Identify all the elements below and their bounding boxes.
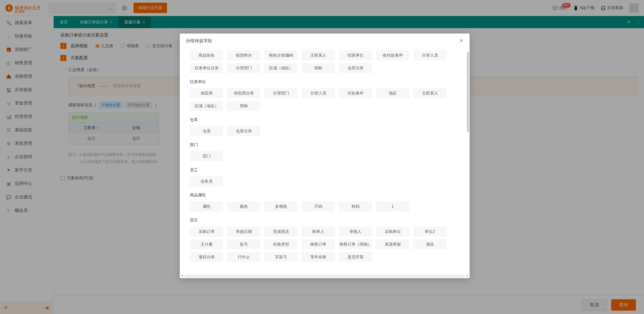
- field-chip[interactable]: 供应商分类: [227, 88, 260, 98]
- scroll-track[interactable]: [184, 275, 465, 277]
- scrollbar-thumb[interactable]: [467, 52, 469, 132]
- field-chip[interactable]: 主计量: [190, 239, 223, 249]
- group-title: 其它: [190, 217, 463, 223]
- close-icon[interactable]: ✕: [459, 38, 464, 44]
- field-chip[interactable]: 分管人员: [413, 50, 446, 60]
- field-chip[interactable]: 供应商: [190, 88, 223, 98]
- field-chip[interactable]: 项目分类: [190, 252, 223, 262]
- field-chip[interactable]: 属性: [190, 201, 223, 211]
- field-chip[interactable]: 鞋码: [339, 201, 372, 211]
- field-chip[interactable]: 项目: [413, 239, 446, 249]
- modal-body: 商品别名拣货积分税收分类编码主联系人结算单位收付款条件分管人员 往来单位分类分管…: [180, 48, 470, 273]
- field-row: 区域（地区）简称: [190, 101, 463, 111]
- field-chip[interactable]: 付款条件: [339, 88, 372, 98]
- field-chip[interactable]: 结算单位: [339, 50, 372, 60]
- field-row: 往来单位分类分管部门区域（地区）简称仓库分类: [190, 63, 463, 73]
- group-title: 往来单位: [190, 79, 463, 85]
- field-selector-modal: 分组待选字段 ✕ 商品别名拣货积分税收分类编码主联系人结算单位收付款条件分管人员…: [180, 34, 470, 278]
- group-title: 部门: [190, 142, 463, 148]
- field-chip[interactable]: 1: [376, 201, 409, 211]
- field-row: 仓库仓库分类: [190, 126, 463, 136]
- field-chip[interactable]: 主联系人: [413, 88, 446, 98]
- field-chip[interactable]: 多规格: [264, 201, 298, 211]
- field-chip[interactable]: 车架号: [264, 252, 298, 262]
- field-chip[interactable]: 业务员: [190, 176, 223, 186]
- field-chip[interactable]: 采购单位: [376, 227, 409, 237]
- field-chip[interactable]: 仓库分类: [339, 63, 372, 73]
- field-chip[interactable]: 销售订单: [302, 239, 335, 249]
- field-chip[interactable]: 完成状态: [264, 227, 298, 237]
- field-chip[interactable]: 采购订单: [190, 227, 223, 237]
- field-chip[interactable]: 税收分类编码: [264, 50, 298, 60]
- field-chip[interactable]: 商品别名: [190, 50, 223, 60]
- field-chip[interactable]: 部门: [190, 151, 223, 161]
- field-chip[interactable]: 收付款条件: [376, 50, 409, 60]
- field-row: 业务员: [190, 176, 463, 186]
- field-chip[interactable]: 往来单位分类: [190, 63, 223, 73]
- field-row: 属性颜色多规格尺码鞋码1: [190, 201, 463, 211]
- field-row: 主计量批号价格类型销售订单销售订单（明细）来源单据项目: [190, 239, 463, 249]
- field-chip[interactable]: 仓库分类: [227, 126, 260, 136]
- group-title: 商品属性: [190, 192, 463, 198]
- field-chip[interactable]: 简称: [227, 101, 260, 111]
- modal-header: 分组待选字段 ✕: [180, 34, 470, 48]
- field-row: 项目分类行中止车架号零件名称是否开票: [190, 252, 463, 262]
- field-row: 供应商供应商分类分管部门分管人员付款条件地区主联系人: [190, 88, 463, 98]
- field-chip[interactable]: 拣货积分: [227, 50, 260, 60]
- field-chip[interactable]: 地区: [376, 88, 409, 98]
- field-chip[interactable]: 主联系人: [302, 50, 335, 60]
- field-chip[interactable]: 分管部门: [264, 88, 298, 98]
- field-chip[interactable]: 简称: [302, 63, 335, 73]
- field-chip[interactable]: 制单人: [302, 227, 335, 237]
- field-row: 部门: [190, 151, 463, 161]
- field-chip[interactable]: 是否开票: [339, 252, 372, 262]
- field-chip[interactable]: 区域（地区）: [264, 63, 298, 73]
- field-chip[interactable]: 分管人员: [302, 88, 335, 98]
- field-chip[interactable]: 来源单据: [376, 239, 409, 249]
- field-chip[interactable]: 区域（地区）: [190, 101, 223, 111]
- horizontal-scrollbar[interactable]: [180, 273, 470, 278]
- field-chip[interactable]: 销售订单（明细）: [339, 239, 372, 249]
- field-chip[interactable]: 单据日期: [227, 227, 260, 237]
- modal-title: 分组待选字段: [186, 38, 212, 44]
- field-chip[interactable]: 价格类型: [264, 239, 298, 249]
- field-row: 商品别名拣货积分税收分类编码主联系人结算单位收付款条件分管人员: [190, 50, 463, 60]
- field-chip[interactable]: 分管部门: [227, 63, 260, 73]
- group-title: 员工: [190, 167, 463, 173]
- field-chip[interactable]: 行中止: [227, 252, 260, 262]
- field-chip[interactable]: 单位2: [413, 227, 446, 237]
- field-chip[interactable]: 审核人: [339, 227, 372, 237]
- group-title: 仓库: [190, 117, 463, 123]
- field-chip[interactable]: 批号: [227, 239, 260, 249]
- field-chip[interactable]: 仓库: [190, 126, 223, 136]
- field-row: 采购订单单据日期完成状态制单人审核人采购单位单位2: [190, 227, 463, 237]
- field-chip[interactable]: 颜色: [227, 201, 260, 211]
- field-chip[interactable]: 零件名称: [302, 252, 335, 262]
- field-chip[interactable]: 尺码: [302, 201, 335, 211]
